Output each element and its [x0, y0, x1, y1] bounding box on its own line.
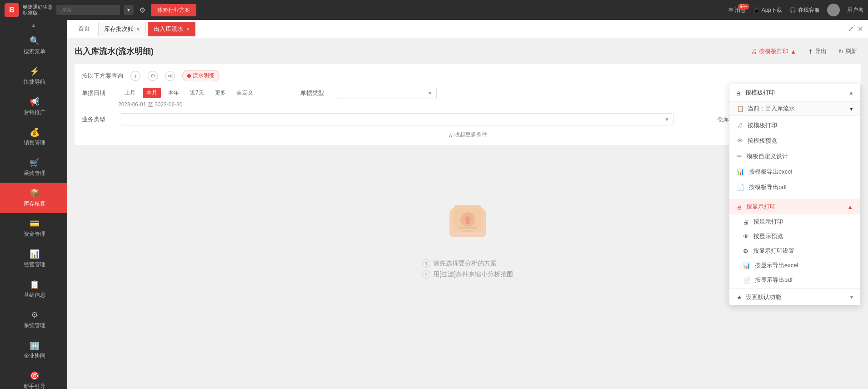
message-badge: 99+	[738, 4, 749, 10]
doc-type-select[interactable]: ▾	[337, 87, 437, 99]
template-preview-icon: 👁	[737, 137, 743, 145]
template-custom-icon: ✏	[737, 153, 742, 160]
business-type-select[interactable]: ▾	[121, 113, 673, 125]
sidebar-item-label: 经营管理	[24, 261, 45, 269]
tab-close-flow-detail[interactable]: ×	[186, 25, 190, 33]
page-actions: 🖨 按模板打印 ▲ ⬆ 导出 ↻ 刷新	[748, 45, 861, 57]
filter-add-button[interactable]: +	[130, 71, 140, 81]
page-header: 出入库流水(流水明细) 🖨 按模板打印 ▲ ⬆ 导出 ↻ 刷新	[75, 45, 861, 57]
search-menu-icon: 🔍	[30, 36, 40, 46]
sidebar-scroll-up[interactable]: ▲	[0, 20, 67, 30]
display-export-pdf-button[interactable]: 📄 按显示导出pdf	[729, 273, 860, 287]
date-btn-last-7-days[interactable]: 近7天	[186, 88, 208, 98]
flow-detail-tag[interactable]: 流水明细	[182, 70, 219, 81]
page-content: 出入库流水(流水明细) 🖨 按模板打印 ▲ ⬆ 导出 ↻ 刷新	[67, 38, 868, 389]
export-icon: ⬆	[808, 48, 813, 55]
filter-collapse-button[interactable]: ≪	[165, 71, 175, 81]
filter-row-top: 按以下方案查询 + ⚙ ≪ 流水明细	[82, 70, 853, 81]
sidebar-item-label: 新手引导	[24, 383, 45, 389]
app-download-button[interactable]: 📱 App下载	[753, 6, 782, 14]
template-export-excel-icon: 📊	[737, 168, 744, 175]
marketing-icon: 📢	[30, 97, 40, 107]
empty-state-illustration	[440, 196, 495, 250]
tab-flow-detail[interactable]: 出入库流水 ×	[148, 22, 195, 36]
sidebar-item-label: 搜索菜单	[24, 48, 45, 55]
display-print-section-header[interactable]: 🖨 按显示打印 ▲	[729, 199, 860, 214]
sidebar-item-inventory[interactable]: 📦 库存核算	[0, 183, 67, 213]
current-dropdown-arrow: ▾	[850, 105, 853, 112]
date-btn-this-year[interactable]: 本年	[165, 88, 183, 98]
sidebar-item-basic-info[interactable]: 📋 基础信息	[0, 274, 67, 304]
sidebar-item-enterprise[interactable]: 🏢 企业协同	[0, 335, 67, 365]
sidebar-item-label: 库存核算	[24, 200, 45, 208]
maximize-icon[interactable]: ⤢	[848, 25, 854, 33]
refresh-icon: ↻	[838, 48, 843, 55]
print-header-icon: 🖨	[736, 90, 742, 96]
business-type-label: 业务类型	[82, 115, 114, 124]
sidebar-item-quick-nav[interactable]: ⚡ 快捷导航	[0, 61, 67, 91]
date-btn-custom[interactable]: 自定义	[233, 88, 257, 98]
display-export-excel-icon: 📊	[743, 262, 750, 269]
main-layout: ▲ 🔍 搜索菜单 ⚡ 快捷导航 📢 营销推广 💰 销售管理 🛒 采购管理 📦 库…	[0, 20, 868, 389]
operations-icon: 📊	[30, 249, 40, 259]
display-export-pdf-icon: 📄	[743, 277, 750, 284]
dropdown-header[interactable]: 🖨 按模板打印 ▲	[729, 84, 860, 102]
sidebar-item-label: 快捷导航	[24, 78, 45, 86]
date-btn-this-month[interactable]: 本月	[143, 88, 161, 98]
sidebar-item-guide[interactable]: 🎯 新手引导	[0, 365, 67, 389]
template-print-section: 🖨 按模板打印 👁 按模板预览 ✏ 模板自定义设计 📊 按模板导出excel	[729, 116, 860, 197]
close-window-icon[interactable]: ✕	[858, 25, 863, 33]
sidebar-item-finance[interactable]: 💳 资金管理	[0, 213, 67, 244]
sidebar-item-system[interactable]: ⚙ 系统管理	[0, 304, 67, 335]
online-service-button[interactable]: 🎧 在线客服	[789, 6, 820, 14]
print-template-button[interactable]: 🖨 按模板打印 ▲	[748, 45, 800, 57]
message-icon: ✉	[728, 7, 733, 13]
empty-hints: 1 请先选择要分析的方案 2 用[过滤]条件来缩小分析范围	[422, 259, 513, 281]
date-btn-last-month[interactable]: 上月	[121, 88, 139, 98]
template-print-button[interactable]: 🖨 按模板打印	[729, 118, 860, 133]
sidebar-item-label: 销售管理	[24, 139, 45, 147]
display-print-button[interactable]: 🖨 按显示打印	[729, 214, 860, 229]
user-avatar[interactable]	[827, 4, 840, 16]
template-custom-design-button[interactable]: ✏ 模板自定义设计	[729, 149, 860, 164]
date-range-label: 2023-06-01 至 2023-06-30	[118, 101, 182, 108]
industry-solution-button[interactable]: 体验行业方案	[151, 4, 196, 16]
username-label: 用户名	[847, 6, 863, 14]
dropdown-arrow-icon: ▲	[790, 48, 796, 55]
current-label-icon: 📋	[737, 105, 744, 112]
search-dropdown-button[interactable]: ▾	[124, 5, 134, 15]
date-btn-more[interactable]: 更多	[211, 88, 229, 98]
svg-rect-5	[462, 230, 473, 232]
tabbar: 首页 库存批次账 × 出入库流水 × ⤢ ✕	[67, 20, 868, 38]
export-button[interactable]: ⬆ 导出	[804, 45, 830, 57]
template-export-pdf-button[interactable]: 📄 按模板导出pdf	[729, 180, 860, 195]
template-preview-button[interactable]: 👁 按模板预览	[729, 133, 860, 149]
svg-rect-4	[459, 227, 477, 229]
search-input[interactable]	[56, 5, 120, 15]
sidebar-item-search-menu[interactable]: 🔍 搜索菜单	[0, 30, 67, 61]
filter-settings-button[interactable]: ⚙	[148, 71, 158, 81]
sidebar-item-purchase[interactable]: 🛒 采购管理	[0, 152, 67, 183]
system-icon: ⚙	[31, 310, 38, 320]
headset-icon: 🎧	[789, 7, 796, 13]
dropdown-divider	[729, 198, 860, 198]
display-export-excel-button[interactable]: 📊 按显示导出excel	[729, 258, 860, 273]
current-indicator: 📋 当前：出入库流水 ▾	[729, 102, 860, 116]
refresh-button[interactable]: ↻ 刷新	[835, 45, 861, 57]
message-button[interactable]: ✉ 消息 99+	[728, 6, 746, 14]
dropdown-collapse-icon: ▲	[848, 90, 854, 96]
settings-icon[interactable]: ⚙	[139, 6, 145, 15]
hint-number-1: 1	[422, 259, 430, 268]
template-export-excel-button[interactable]: 📊 按模板导出excel	[729, 164, 860, 180]
set-default-section[interactable]: ★ 设置默认功能 ▾	[729, 289, 860, 305]
tab-batch-account[interactable]: 库存批次账 ×	[98, 22, 146, 36]
sidebar-item-sales[interactable]: 💰 销售管理	[0, 122, 67, 152]
sidebar-item-marketing[interactable]: 📢 营销推广	[0, 91, 67, 122]
sales-icon: 💰	[30, 127, 40, 137]
tab-home[interactable]: 首页	[72, 21, 96, 37]
sidebar-item-label: 系统管理	[24, 322, 45, 329]
sidebar-item-operations[interactable]: 📊 经营管理	[0, 244, 67, 274]
display-print-settings-button[interactable]: ⚙ 按显示打印设置	[729, 244, 860, 258]
tab-close-batch-account[interactable]: ×	[136, 25, 140, 33]
display-preview-button[interactable]: 👁 按显示预览	[729, 229, 860, 244]
